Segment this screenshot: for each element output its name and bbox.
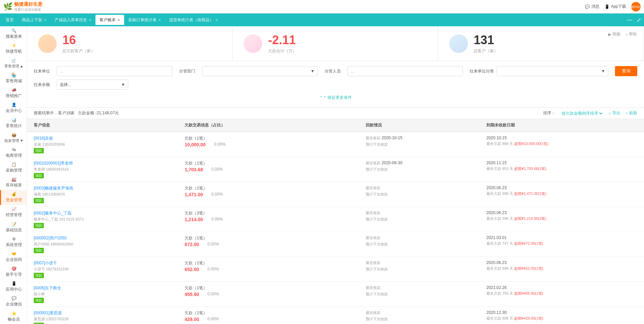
- close-icon[interactable]: ✕: [117, 18, 120, 22]
- collapse-button[interactable]: ⌃⌃ 收起更多条件: [319, 95, 352, 100]
- close-icon[interactable]: ✕: [89, 18, 91, 22]
- ops-icon: 📈: [11, 207, 17, 211]
- sidebar-item-enterprise-wechat[interactable]: 💬 企业微信: [0, 294, 27, 309]
- tab-purchase-order[interactable]: 采购订单统计表 ✕: [124, 15, 165, 25]
- sidebar-item-system-mgmt[interactable]: ⚙ 系统管理: [0, 235, 27, 249]
- debt-count-4: 欠款（1笔）: [185, 235, 366, 241]
- sidebar-item-finance[interactable]: 💰 资金管理: [0, 190, 27, 205]
- customer-name-2[interactable]: [0003]畅捷服务尹海燕: [34, 185, 185, 191]
- overdue-amount-3[interactable]: 超期¥1,214.00(3笔): [514, 216, 546, 220]
- date-info-0: 2020.10.15 最长欠款 884 天 超期¥10,000.00(1笔): [486, 136, 637, 146]
- filter-area: 往来单位 ... 分管部门 ▼ 分管人员: [27, 61, 644, 108]
- sidebar-item-retail-mall[interactable]: 🏪 零售商城: [0, 71, 27, 86]
- customer-name-6[interactable]: [0006]去下粮仓: [34, 285, 185, 291]
- customer-name-5[interactable]: [0007]小进干: [34, 260, 185, 266]
- filter-row-1: 往来单位 ... 分管部门 ▼ 分管人员: [34, 66, 637, 76]
- overdue-amount-6[interactable]: 超期¥455.90(1笔): [514, 291, 543, 295]
- customer-name-1[interactable]: [00010200001]李老师: [34, 160, 185, 166]
- sidebar-item-ops-mgmt[interactable]: 📈 经营管理: [0, 205, 27, 220]
- overdue-amount-7[interactable]: 超期¥429.00(1笔): [514, 316, 543, 320]
- sort-select[interactable]: 按欠款金额倒序排序: [560, 111, 604, 116]
- overdue-amount-4[interactable]: 超期¥672.00(1笔): [514, 241, 543, 245]
- collection-label-6: 最近收款: [366, 286, 381, 290]
- minimize-btn[interactable]: —: [625, 16, 634, 24]
- sidebar-item-member-center[interactable]: 👤 会员中心: [0, 101, 27, 116]
- member-icon: 👤: [11, 102, 17, 107]
- customer-meta-0: 吴俊 13026203696: [34, 142, 185, 147]
- debt-info-5: 欠款（1笔） 652.00 0.00%: [185, 260, 366, 272]
- debt-info-1: 欠款（1笔） 1,703.68 0.00%: [185, 160, 366, 172]
- header-debt: 欠款交易信息（占比）: [185, 122, 366, 128]
- close-icon[interactable]: ✕: [215, 18, 218, 22]
- refresh-btn[interactable]: ○ 刷新: [625, 110, 637, 116]
- debt-percent-6: 0.00%: [207, 292, 219, 296]
- stat-card-debt-customers: 16 总欠款客户（家）: [27, 26, 233, 61]
- sidebar-item-inventory[interactable]: 🏭 库存核算: [0, 175, 27, 190]
- debt-count-7: 欠款（1笔）: [185, 310, 366, 316]
- sidebar-item-quick-nav[interactable]: ⚡ 快捷导航: [0, 41, 27, 56]
- customer-name-3[interactable]: [0002]服务中心_丁磊: [34, 210, 185, 216]
- app-download-btn[interactable]: 📱 App下载: [605, 4, 626, 9]
- collection-info-7: 最近收款 预计下次收款: [366, 310, 486, 322]
- department-select[interactable]: ▼: [202, 66, 318, 76]
- debt-percent-5: 0.00%: [207, 267, 219, 271]
- tab-home[interactable]: 首页: [2, 15, 18, 25]
- overdue-amount-5[interactable]: 超期¥652.00(1笔): [514, 266, 543, 270]
- collection-date-1: 2020-06-30: [382, 160, 402, 165]
- customer-name-0[interactable]: [0016]吴俊: [34, 136, 185, 141]
- user-profile[interactable]: demo2: [631, 2, 641, 11]
- due-date-6: 2021.02.26: [486, 285, 637, 290]
- sidebar-item-batch-mgmt[interactable]: 📦 批发管理 ▼: [0, 130, 27, 145]
- export-btn[interactable]: ○ 导出: [609, 110, 620, 116]
- tab-goods-on-off[interactable]: 商品上下架 ✕: [18, 15, 51, 25]
- overdue-amount-0[interactable]: 超期¥10,000.00(1笔): [514, 142, 549, 146]
- video-btn[interactable]: ▶ 视频: [608, 31, 620, 37]
- message-btn[interactable]: 💬 消息: [585, 4, 599, 9]
- manager-input[interactable]: ...: [347, 66, 463, 76]
- collection-next-1: 预计下次收款: [366, 167, 486, 172]
- collection-next-3: 预计下次收款: [366, 217, 486, 222]
- sidebar-item-app-center[interactable]: 📱 应用中心: [0, 279, 27, 294]
- close-icon[interactable]: ✕: [44, 18, 47, 22]
- sidebar-item-retail-mgmt[interactable]: 🛒 零售管理 ▲: [0, 56, 27, 71]
- sidebar-item-new-guide[interactable]: 🎯 新手引导: [0, 265, 27, 279]
- debt-amount-5: 652.00: [185, 267, 199, 272]
- maximize-btn[interactable]: ⤢: [635, 16, 642, 24]
- debt-info-6: 欠款（1笔） 455.90 0.00%: [185, 285, 366, 297]
- due-date-1: 2020.11.15: [486, 160, 637, 165]
- tab-product-history[interactable]: 产成品入库单历史 ✕: [51, 15, 95, 25]
- tab-import-stats[interactable]: 进货单统计表（按商品） ✕: [165, 15, 222, 25]
- overdue-info-6: 最长欠款 750 天 超期¥455.90(1笔): [486, 291, 637, 296]
- sidebar-item-enterprise-coop[interactable]: 🤝 企业协同: [0, 249, 27, 264]
- table-row: [0006]去下粮仓 陈小希 现款 欠款（1笔） 455.90 0.00% 最近…: [27, 282, 644, 307]
- customer-name-4[interactable]: [000002]用户2050: [34, 235, 185, 241]
- customer-name-7[interactable]: [000001]黄思源: [34, 310, 185, 316]
- debt-amount-4: 672.00: [185, 242, 199, 247]
- chevron-up-icon: ⌃⌃: [319, 95, 326, 100]
- sidebar-item-purchase-mgmt[interactable]: 📋 采购管理: [0, 160, 27, 175]
- sidebar-item-retail-stats[interactable]: 📊 零售统计: [0, 116, 27, 130]
- close-icon[interactable]: ✕: [158, 18, 161, 22]
- customer-info-1: [00010200001]李老师 李老师 18600391516 现款: [34, 160, 185, 178]
- customer-meta-2: 海燕 18513066976: [34, 192, 185, 197]
- sidebar-item-ecommerce[interactable]: 🛍 电商管理: [0, 145, 27, 160]
- collection-next-6: 预计下次收款: [366, 292, 486, 297]
- help-btn[interactable]: ○ 帮助: [625, 31, 637, 37]
- unit-category-select[interactable]: ▼: [497, 66, 608, 76]
- customer-meta-1: 李老师 18600391516: [34, 167, 185, 172]
- debt-count-5: 欠款（1笔）: [185, 260, 366, 266]
- collection-info-6: 最近收款 预计下次收款: [366, 285, 486, 297]
- from-unit-input[interactable]: ...: [57, 66, 172, 76]
- overdue-amount-1[interactable]: 超期¥1,703.68(1笔): [514, 167, 546, 171]
- sidebar-item-basic-info[interactable]: 📝 基础信息: [0, 220, 27, 235]
- overdue-info-7: 最长欠款 808 天 超期¥429.00(1笔): [486, 316, 637, 321]
- overdue-amount-2[interactable]: 超期¥1,471.00(1笔): [514, 192, 546, 196]
- collapse-row: ⌃⌃ 收起更多条件: [34, 93, 637, 102]
- balance-select[interactable]: 选择... ▼: [57, 80, 128, 90]
- sidebar-item-marketing[interactable]: 📣 营销推广: [0, 86, 27, 101]
- debt-percent-3: 0.00%: [212, 217, 223, 222]
- sidebar-item-vip-member[interactable]: ⭐ 畅会员: [0, 309, 27, 324]
- tab-customer-account[interactable]: 客户账本 ✕: [95, 15, 124, 25]
- sidebar-item-search-menu[interactable]: 🔍 搜索菜单: [0, 26, 27, 41]
- search-button[interactable]: 查询: [615, 66, 637, 76]
